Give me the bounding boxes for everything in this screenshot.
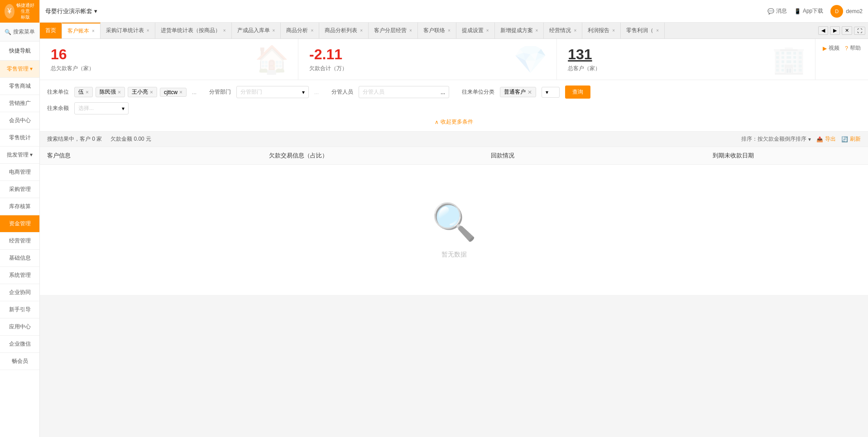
unit-tag-remove-王小亮[interactable]: × bbox=[150, 89, 153, 95]
search-menu[interactable]: 🔍 搜索菜单 bbox=[0, 23, 39, 42]
query-button[interactable]: 查询 bbox=[565, 86, 590, 99]
industry-selector[interactable]: 母婴行业演示帐套 ▾ bbox=[45, 7, 97, 15]
app-download-btn[interactable]: 📱 App下载 bbox=[794, 7, 823, 15]
sidebar-item-purchase_mgmt[interactable]: 采购管理 bbox=[0, 181, 39, 198]
user-menu[interactable]: D demo2 bbox=[830, 5, 863, 18]
tab-accounts[interactable]: 客户账本× bbox=[62, 23, 101, 39]
person-select[interactable]: 分管人员 ... bbox=[359, 86, 449, 98]
quick-nav-button[interactable]: 快捷导航 bbox=[3, 45, 37, 57]
tab-goods_analysis[interactable]: 商品分析× bbox=[281, 23, 319, 39]
search-menu-label: 搜索菜单 bbox=[13, 28, 35, 36]
sort-selector[interactable]: 排序：按欠款金额倒序排序 ▾ bbox=[741, 135, 811, 143]
tab-close-customer_ops[interactable]: × bbox=[409, 28, 412, 33]
tab-profit_report[interactable]: 利润报告× bbox=[582, 23, 621, 39]
tab-home[interactable]: 首页 bbox=[40, 23, 62, 39]
unit-tag-remove-伍[interactable]: × bbox=[86, 89, 89, 95]
filter-row-2: 往来余额 选择... ▾ bbox=[47, 102, 861, 114]
sidebar-item-enterprise_wechat[interactable]: 企业微信 bbox=[0, 336, 39, 353]
top-header: 母婴行业演示帐套 ▾ 💬 消息 📱 App下载 D demo2 bbox=[40, 0, 868, 23]
unit-tag-remove-陈民强[interactable]: × bbox=[118, 89, 121, 95]
unit-more[interactable]: ... bbox=[192, 89, 197, 95]
unit-class-label: 往来单位分类 bbox=[462, 88, 494, 96]
message-label: 消息 bbox=[776, 7, 787, 15]
sidebar-item-system_mgmt[interactable]: 系统管理 bbox=[0, 267, 39, 284]
refresh-button[interactable]: 🔄 刷新 bbox=[841, 135, 861, 143]
sidebar-item-operations_mgmt[interactable]: 经营管理 bbox=[0, 233, 39, 250]
collapse-label: 收起更多条件 bbox=[441, 118, 473, 126]
sidebar-item-ecommerce[interactable]: 电商管理 bbox=[0, 164, 39, 181]
collapse-button[interactable]: ∧ 收起更多条件 bbox=[47, 118, 861, 126]
unit-class-tags: 普通客户 ✕ bbox=[500, 87, 536, 97]
person-chevron-icon: ... bbox=[441, 89, 445, 95]
tab-goods_analysis_list[interactable]: 商品分析列表× bbox=[319, 23, 369, 39]
tab-customer_ops[interactable]: 客户分层经营× bbox=[369, 23, 418, 39]
tab-close-goods_analysis_list[interactable]: × bbox=[360, 28, 363, 33]
dept-clear-icon[interactable]: ... bbox=[314, 89, 319, 95]
dept-filter-label: 分管部门 bbox=[209, 88, 231, 96]
dept-select[interactable]: 分管部门 ▾ bbox=[236, 86, 309, 98]
unit-tag-remove-cjttcw[interactable]: × bbox=[179, 89, 182, 95]
search-menu-button[interactable]: 🔍 搜索菜单 bbox=[3, 26, 37, 38]
sidebar-item-basic_info[interactable]: 基础信息 bbox=[0, 250, 39, 267]
tab-label-profit_report: 利润报告 bbox=[588, 27, 609, 34]
tab-close-new_improve[interactable]: × bbox=[536, 28, 538, 33]
unit-tags: 伍×陈民强×王小亮×cjttcw× bbox=[74, 87, 187, 97]
tab-close-purchase_order[interactable]: × bbox=[147, 28, 149, 33]
sidebar-item-inventory[interactable]: 库存核算 bbox=[0, 198, 39, 215]
tab-improve_settings[interactable]: 提成设置× bbox=[456, 23, 495, 39]
sidebar-item-wholesale_mgmt[interactable]: 批发管理 ▾ bbox=[0, 147, 39, 164]
filter-row-1: 往来单位 伍×陈民强×王小亮×cjttcw× ... 分管部门 分管部门 ▾ .… bbox=[47, 86, 861, 99]
tab-close-purchase_stats[interactable]: × bbox=[223, 28, 226, 33]
sidebar-item-retail_mall[interactable]: 零售商城 bbox=[0, 78, 39, 95]
tab-next-button[interactable]: ▶ bbox=[830, 26, 840, 35]
tab-close-customer_contact[interactable]: × bbox=[448, 28, 451, 33]
tab-label-goods_analysis: 商品分析 bbox=[286, 27, 308, 34]
table-col-回款情况: 回款情况 bbox=[491, 152, 713, 160]
tab-close-operations[interactable]: × bbox=[574, 28, 576, 33]
tab-customer_contact[interactable]: 客户联络× bbox=[418, 23, 456, 39]
sidebar-item-marketing[interactable]: 营销推广 bbox=[0, 95, 39, 112]
tab-new_improve[interactable]: 新增提成方案× bbox=[495, 23, 544, 39]
sidebar-item-retail_mgmt[interactable]: 零售管理 ▾ bbox=[0, 61, 39, 78]
sidebar-item-super_member[interactable]: 畅会员 bbox=[0, 353, 39, 370]
tab-expand-button[interactable]: ⛶ bbox=[854, 27, 865, 35]
tab-close-accounts[interactable]: × bbox=[92, 28, 95, 33]
tab-purchase_stats[interactable]: 进货单统计表（按商品）× bbox=[155, 23, 232, 39]
person-filter-label: 分管人员 bbox=[331, 88, 353, 96]
tab-close-produce_in[interactable]: × bbox=[273, 28, 275, 33]
help-btn[interactable]: ? 帮助 bbox=[845, 44, 861, 52]
tab-actions: ◀ ▶ ✕ ⛶ bbox=[815, 26, 868, 35]
sidebar-item-retail_stats[interactable]: 零售统计 bbox=[0, 129, 39, 147]
sidebar-item-app_center[interactable]: 应用中心 bbox=[0, 318, 39, 336]
sidebar-item-enterprise_coop[interactable]: 企业协同 bbox=[0, 284, 39, 301]
message-btn[interactable]: 💬 消息 bbox=[767, 7, 787, 15]
tab-close-profit_report[interactable]: × bbox=[612, 28, 615, 33]
tab-close-goods_analysis[interactable]: × bbox=[311, 28, 313, 33]
results-balance-label: 欠款金额 bbox=[110, 136, 132, 142]
results-balance-unit: 元 bbox=[146, 136, 151, 142]
sidebar-item-finance_mgmt[interactable]: 资金管理 bbox=[0, 215, 39, 233]
balance-label: 往来余额 bbox=[47, 104, 69, 112]
tab-close-improve_settings[interactable]: × bbox=[486, 28, 489, 33]
tab-operations[interactable]: 经营情况× bbox=[544, 23, 582, 39]
sort-label: 排序：按欠款金额倒序排序 bbox=[741, 135, 806, 143]
tab-produce_in[interactable]: 产成品入库单× bbox=[232, 23, 281, 39]
quick-nav-label: 快捷导航 bbox=[9, 48, 31, 54]
tab-close-retail_profit[interactable]: × bbox=[656, 28, 659, 33]
unit-class-select[interactable]: ▾ bbox=[542, 87, 560, 98]
tab-bar: 首页客户账本×采购订单统计表×进货单统计表（按商品）×产成品入库单×商品分析×商… bbox=[40, 23, 868, 39]
sidebar-item-member_center[interactable]: 会员中心 bbox=[0, 112, 39, 129]
tab-prev-button[interactable]: ◀ bbox=[818, 26, 828, 35]
balance-select[interactable]: 选择... ▾ bbox=[74, 102, 129, 114]
tab-retail_profit[interactable]: 零售利润（× bbox=[621, 23, 665, 39]
logo-icon: ¥ bbox=[5, 4, 14, 19]
tab-label-purchase_order: 采购订单统计表 bbox=[106, 27, 144, 34]
tab-close-all-button[interactable]: ✕ bbox=[842, 26, 852, 35]
sidebar-items: 零售管理 ▾零售商城营销推广会员中心零售统计批发管理 ▾电商管理采购管理库存核算… bbox=[0, 61, 39, 370]
export-button[interactable]: 📤 导出 bbox=[816, 135, 836, 143]
video-btn[interactable]: ▶ 视频 bbox=[823, 44, 839, 52]
tab-purchase_order[interactable]: 采购订单统计表× bbox=[101, 23, 155, 39]
unit-class-remove[interactable]: ✕ bbox=[528, 89, 532, 95]
quick-nav[interactable]: 快捷导航 bbox=[0, 42, 39, 61]
sidebar-item-new_guide[interactable]: 新手引导 bbox=[0, 301, 39, 318]
